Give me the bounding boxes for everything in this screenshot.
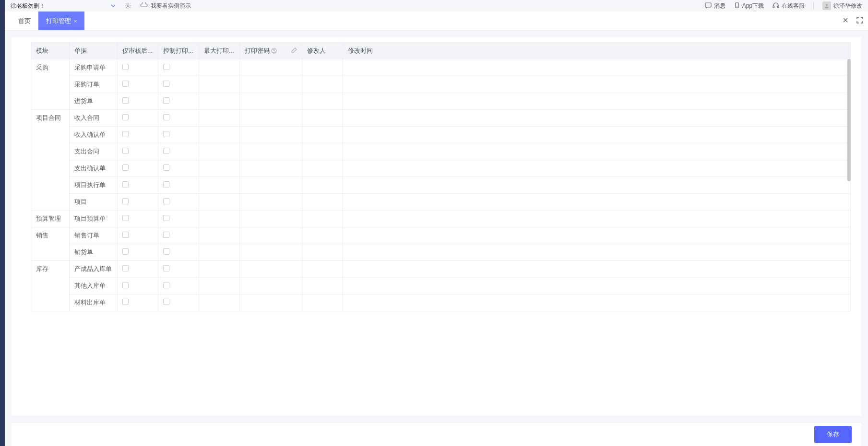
message-label: 消息	[714, 2, 725, 10]
svg-point-6	[826, 4, 828, 6]
close-icon[interactable]: ×	[74, 18, 77, 24]
checkbox[interactable]	[122, 64, 129, 70]
org-dropdown[interactable]: 徐老板勿删！	[11, 2, 116, 10]
cell-max-print	[199, 76, 240, 93]
checkbox[interactable]	[122, 248, 129, 255]
checkbox[interactable]	[122, 265, 129, 271]
checkbox[interactable]	[163, 198, 169, 204]
checkbox[interactable]	[122, 215, 129, 221]
cell-modifier	[302, 76, 343, 93]
message-link[interactable]: 消息	[705, 2, 725, 10]
checkbox[interactable]	[122, 198, 129, 204]
cell-modifier	[302, 194, 343, 211]
help-icon[interactable]	[271, 48, 277, 54]
cell-control-print	[158, 143, 199, 160]
cell-audit-only	[118, 261, 158, 278]
app-download-link[interactable]: App下载	[734, 2, 764, 10]
print-config-table: 模块 单据 仅审核后... 控制打印... 最大打印... 打印密码	[31, 42, 851, 311]
tab-home[interactable]: 首页	[11, 12, 38, 30]
edit-icon[interactable]	[291, 47, 297, 55]
cell-document: 收入合同	[70, 110, 118, 127]
top-header: 徐老板勿删！ 我要看实例演示	[5, 0, 868, 12]
cell-document: 销售订单	[70, 227, 118, 244]
cell-audit-only	[118, 227, 158, 244]
checkbox[interactable]	[163, 299, 169, 305]
checkbox[interactable]	[122, 114, 129, 120]
checkbox[interactable]	[122, 181, 129, 188]
cell-document: 采购订单	[70, 76, 118, 93]
chevron-down-icon	[110, 3, 116, 9]
cell-control-print	[158, 261, 199, 278]
cell-modifier	[302, 110, 343, 127]
checkbox[interactable]	[163, 215, 169, 221]
cell-modify-time	[343, 227, 851, 244]
table-row: 材料出库单	[31, 294, 851, 311]
table-row: 其他入库单	[31, 278, 851, 294]
checkbox[interactable]	[122, 131, 129, 137]
close-all-icon[interactable]	[842, 17, 849, 25]
table-row: 采购订单	[31, 76, 851, 93]
cell-document: 销货单	[70, 244, 118, 261]
table-row: 采购采购申请单	[31, 59, 851, 76]
checkbox[interactable]	[163, 131, 169, 137]
table-row: 收入确认单	[31, 127, 851, 143]
tab-print-mgmt[interactable]: 打印管理 ×	[38, 12, 84, 30]
checkbox[interactable]	[163, 114, 169, 120]
checkbox[interactable]	[163, 181, 169, 188]
checkbox[interactable]	[122, 97, 129, 104]
svg-point-0	[127, 5, 129, 7]
gear-icon[interactable]	[125, 2, 131, 9]
checkbox[interactable]	[163, 248, 169, 255]
service-link[interactable]: 在线客服	[773, 2, 805, 10]
cell-modify-time	[343, 143, 851, 160]
footer-bar: 保存	[12, 422, 861, 446]
cell-audit-only	[118, 194, 158, 211]
checkbox[interactable]	[163, 81, 169, 87]
cell-max-print	[199, 278, 240, 294]
cell-document: 进货单	[70, 93, 118, 110]
cell-max-print	[199, 261, 240, 278]
checkbox[interactable]	[122, 282, 129, 288]
cell-print-pwd	[240, 76, 302, 93]
cell-modifier	[302, 93, 343, 110]
cell-audit-only	[118, 294, 158, 311]
user-menu[interactable]: 徐泽华修改	[822, 1, 862, 10]
checkbox[interactable]	[163, 265, 169, 271]
cell-audit-only	[118, 110, 158, 127]
fullscreen-icon[interactable]	[856, 17, 863, 25]
checkbox[interactable]	[122, 81, 129, 87]
table-row: 销货单	[31, 244, 851, 261]
cell-modifier	[302, 160, 343, 177]
save-button[interactable]: 保存	[814, 426, 852, 443]
checkbox[interactable]	[122, 148, 129, 154]
checkbox[interactable]	[122, 164, 129, 171]
checkbox[interactable]	[163, 164, 169, 171]
cell-audit-only	[118, 93, 158, 110]
checkbox[interactable]	[163, 97, 169, 104]
cell-audit-only	[118, 244, 158, 261]
cell-module: 库存	[31, 261, 70, 311]
cell-document: 收入确认单	[70, 127, 118, 143]
checkbox[interactable]	[122, 299, 129, 305]
th-modifier: 修改人	[302, 43, 343, 59]
checkbox[interactable]	[163, 64, 169, 70]
cell-modify-time	[343, 278, 851, 294]
table-row: 销售销售订单	[31, 227, 851, 244]
cell-audit-only	[118, 278, 158, 294]
tab-home-label: 首页	[18, 17, 31, 25]
cell-document: 其他入库单	[70, 278, 118, 294]
scrollbar[interactable]	[847, 59, 851, 411]
cell-print-pwd	[240, 177, 302, 194]
cell-print-pwd	[240, 110, 302, 127]
table-row: 库存产成品入库单	[31, 261, 851, 278]
checkbox[interactable]	[163, 282, 169, 288]
cell-audit-only	[118, 160, 158, 177]
checkbox[interactable]	[163, 232, 169, 238]
demo-link[interactable]: 我要看实例演示	[140, 2, 191, 10]
cell-modifier	[302, 261, 343, 278]
cell-control-print	[158, 127, 199, 143]
service-label: 在线客服	[782, 2, 805, 10]
scrollbar-thumb[interactable]	[847, 59, 851, 181]
checkbox[interactable]	[122, 232, 129, 238]
checkbox[interactable]	[163, 148, 169, 154]
